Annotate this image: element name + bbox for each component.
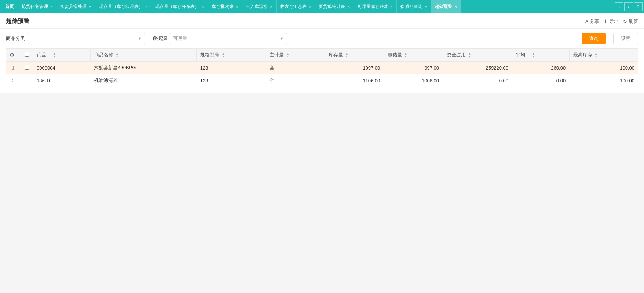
- col-settings[interactable]: ⚙: [6, 49, 21, 62]
- nav-tab-inventory-status-close[interactable]: ×: [145, 4, 147, 9]
- row-product-name: 六配套新昌490BPG: [90, 62, 196, 74]
- col-avg-label: 平均...: [516, 52, 529, 58]
- nav-tab-order-stat-label: 要货单统计表: [319, 4, 345, 10]
- sort-arrows-stock[interactable]: ▲▼: [345, 52, 348, 58]
- nav-tab-quality[interactable]: 保质期查询 ×: [397, 0, 431, 13]
- nav-tab-avail-ledger-label: 可用量库存账本: [358, 4, 388, 10]
- sort-arrows-product-code[interactable]: ▲▼: [53, 52, 56, 58]
- nav-tab-inventory-dist[interactable]: 现存量（库存分布表） ×: [151, 0, 208, 13]
- nav-tab-batch-close[interactable]: ×: [236, 4, 238, 9]
- nav-tab-collect[interactable]: 收发存汇总表 ×: [277, 0, 315, 13]
- col-stock[interactable]: 库存量 ▲▼: [325, 49, 384, 62]
- settings-icon[interactable]: ⚙: [10, 52, 14, 58]
- nav-tab-overstock-label: 超储预警: [435, 4, 452, 10]
- nav-tab-quality-close[interactable]: ×: [425, 4, 427, 9]
- nav-arrow-right[interactable]: ›: [624, 2, 633, 11]
- nav-tab-collect-close[interactable]: ×: [309, 4, 311, 9]
- nav-tab-abnormal-close[interactable]: ×: [89, 4, 91, 9]
- nav-tab-abnormal[interactable]: 拣货异常处理 ×: [56, 0, 95, 13]
- query-button[interactable]: 查询: [582, 33, 606, 44]
- nav-tab-avail-ledger[interactable]: 可用量库存账本 ×: [354, 0, 397, 13]
- row-spec: 123: [197, 74, 266, 87]
- export-icon: ⤓: [604, 19, 608, 24]
- nav-tab-task[interactable]: 拣货任务管理 ×: [18, 0, 56, 13]
- header-actions: ↗ 分享 ⤓ 导出 ↻ 刷新: [584, 18, 638, 25]
- page-container: 超储预警 ↗ 分享 ⤓ 导出 ↻ 刷新 商品分类 ▼ 数据源: [0, 13, 644, 93]
- select-all-checkbox[interactable]: [25, 52, 29, 57]
- sort-arrows-capital[interactable]: ▲▼: [468, 52, 471, 58]
- col-overstock[interactable]: 超储量 ▲▼: [384, 49, 443, 62]
- datasource-dropdown-icon: ▼: [280, 36, 284, 41]
- nav-arrow-more[interactable]: ×: [634, 2, 643, 11]
- data-table: ⚙ 商品... ▲▼ 商品名称 ▲▼ 规格型号 ▲▼: [6, 48, 638, 87]
- nav-tab-inout[interactable]: 出入库流水 ×: [242, 0, 276, 13]
- nav-tab-overstock[interactable]: 超储预警 ×: [431, 0, 461, 13]
- nav-tab-inventory-status[interactable]: 现存量（库存状况表） ×: [95, 0, 151, 13]
- sort-arrows-unit[interactable]: ▲▼: [286, 52, 289, 58]
- row-spec: 123: [197, 62, 266, 74]
- col-capital-label: 资金占用: [447, 52, 466, 58]
- sort-arrows-spec[interactable]: ▲▼: [222, 52, 225, 58]
- row-checkbox-cell[interactable]: [21, 74, 33, 87]
- nav-tab-abnormal-label: 拣货异常处理: [60, 4, 87, 10]
- row-capital: 259220.00: [443, 62, 512, 74]
- col-product-name-label: 商品名称: [94, 52, 113, 58]
- sort-arrows-product-name[interactable]: ▲▼: [116, 52, 118, 58]
- col-max-stock-label: 最高库存: [573, 52, 592, 58]
- datasource-select[interactable]: 可用量 ▼: [170, 33, 287, 44]
- col-avg[interactable]: 平均... ▲▼: [512, 49, 569, 62]
- col-product-name[interactable]: 商品名称 ▲▼: [90, 49, 196, 62]
- nav-tab-task-close[interactable]: ×: [50, 4, 52, 9]
- refresh-label: 刷新: [629, 18, 638, 25]
- row-checkbox-cell[interactable]: [21, 62, 33, 74]
- row-product-name: 机油滤清器: [90, 74, 196, 87]
- col-capital[interactable]: 资金占用 ▲▼: [443, 49, 512, 62]
- table-container: ⚙ 商品... ▲▼ 商品名称 ▲▼ 规格型号 ▲▼: [0, 48, 644, 93]
- nav-tab-batch[interactable]: 库存批次账 ×: [208, 0, 242, 13]
- nav-tab-inout-close[interactable]: ×: [270, 4, 272, 9]
- row-unit: 套: [266, 62, 325, 74]
- table-header-row: ⚙ 商品... ▲▼ 商品名称 ▲▼ 规格型号 ▲▼: [6, 49, 638, 62]
- row-overstock: 1006.00: [384, 74, 443, 87]
- row-product-code: 0000004: [33, 62, 90, 74]
- datasource-label: 数据源: [153, 35, 167, 42]
- col-checkbox-header[interactable]: [21, 49, 33, 62]
- sort-arrows-overstock[interactable]: ▲▼: [404, 52, 407, 58]
- filter-area: 商品分类 ▼ 数据源 可用量 ▼ 查询 设置: [0, 29, 644, 48]
- nav-tab-order-stat[interactable]: 要货单统计表 ×: [315, 0, 354, 13]
- row-stock: 1106.00: [325, 74, 384, 87]
- nav-tab-order-stat-close[interactable]: ×: [347, 4, 350, 9]
- top-nav: 首页 拣货任务管理 × 拣货异常处理 × 现存量（库存状况表） × 现存量（库存…: [0, 0, 644, 13]
- nav-tab-inventory-dist-label: 现存量（库存分布表）: [155, 4, 199, 10]
- refresh-action[interactable]: ↻ 刷新: [623, 18, 638, 25]
- row-product-code: 186-10...: [33, 74, 90, 87]
- row-max-stock: 100.00: [569, 74, 638, 87]
- table-row: 1 0000004 六配套新昌490BPG 123 套 1097.00 997.…: [6, 62, 638, 74]
- set-button[interactable]: 设置: [613, 33, 638, 44]
- nav-tab-overstock-close[interactable]: ×: [454, 4, 457, 9]
- sort-arrows-max-stock[interactable]: ▲▼: [594, 52, 597, 58]
- row-checkbox[interactable]: [25, 65, 29, 70]
- category-select[interactable]: ▼: [28, 33, 145, 44]
- col-spec[interactable]: 规格型号 ▲▼: [197, 49, 266, 62]
- col-product-code[interactable]: 商品... ▲▼: [33, 49, 90, 62]
- col-max-stock[interactable]: 最高库存 ▲▼: [569, 49, 638, 62]
- col-overstock-label: 超储量: [388, 52, 402, 58]
- export-action[interactable]: ⤓ 导出: [604, 18, 619, 25]
- row-checkbox[interactable]: [25, 78, 29, 82]
- export-label: 导出: [609, 18, 619, 25]
- filter-datasource: 数据源 可用量 ▼: [153, 33, 287, 44]
- nav-arrow-left[interactable]: ‹: [615, 2, 623, 11]
- nav-tab-avail-ledger-close[interactable]: ×: [391, 4, 393, 9]
- table-row: 2 186-10... 机油滤清器 123 个 1106.00 1006.00 …: [6, 74, 638, 87]
- nav-tab-inventory-dist-close[interactable]: ×: [201, 4, 204, 9]
- row-unit: 个: [266, 74, 325, 87]
- share-action[interactable]: ↗ 分享: [584, 18, 599, 25]
- nav-tab-home[interactable]: 首页: [1, 0, 18, 13]
- nav-tab-task-label: 拣货任务管理: [22, 4, 48, 10]
- nav-tab-inventory-status-label: 现存量（库存状况表）: [99, 4, 143, 10]
- row-index: 1: [6, 62, 21, 74]
- col-unit[interactable]: 主计量 ▲▼: [266, 49, 325, 62]
- sort-arrows-avg[interactable]: ▲▼: [532, 52, 535, 58]
- row-overstock: 997.00: [384, 62, 443, 74]
